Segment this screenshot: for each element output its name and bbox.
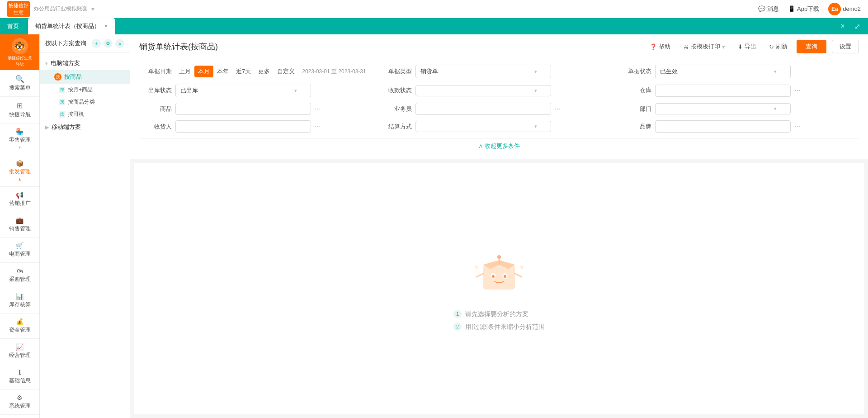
export-icon: ⬇ bbox=[738, 43, 743, 50]
user-menu[interactable]: Ea demo2 bbox=[828, 3, 861, 15]
avatar: Ea bbox=[828, 3, 841, 15]
add-scheme-btn[interactable]: + bbox=[92, 39, 101, 48]
sidebar: 🐯 畅捷信好生意 标版 🔍 搜索菜单 ⊞ 快捷导航 🏪 零售管理 ▾ 📦 批发管… bbox=[0, 34, 40, 418]
retail-icon: 🏪 bbox=[2, 128, 38, 135]
scheme-group-mobile[interactable]: ▶ 移动端方案 bbox=[40, 120, 130, 134]
sidebar-wholesale-label: 批发管理 bbox=[2, 168, 38, 176]
out-status-select[interactable]: 已出库 ▾ bbox=[175, 84, 311, 97]
date-range-display: 2023-03-01 至 2023-03-31 bbox=[302, 68, 366, 76]
tab-home-label: 首页 bbox=[7, 22, 19, 30]
sidebar-item-system[interactable]: ⚙ 系统管理 bbox=[0, 390, 39, 415]
tab-expand[interactable]: ⤢ bbox=[852, 21, 863, 32]
preset-this-month[interactable]: 本月 bbox=[194, 66, 213, 77]
scheme-item-label: 按商品 bbox=[64, 73, 82, 81]
tab-report[interactable]: 销货单统计表（按商品） × bbox=[28, 18, 115, 34]
sidebar-management-label: 经营管理 bbox=[2, 352, 38, 359]
logo-emoji: 🐯 bbox=[14, 41, 25, 52]
doc-status-select[interactable]: 已生效 ▾ bbox=[655, 65, 791, 78]
query-btn[interactable]: 查询 bbox=[797, 40, 826, 53]
preset-this-year[interactable]: 本年 bbox=[213, 66, 232, 77]
recipient-label: 收货人 bbox=[139, 123, 175, 131]
sidebar-item-management[interactable]: 📈 经营管理 bbox=[0, 339, 39, 364]
product-dots[interactable]: ··· bbox=[311, 105, 324, 113]
message-label: 消息 bbox=[767, 5, 779, 13]
active-scheme-icon: 按 bbox=[54, 73, 61, 81]
product-label: 商品 bbox=[139, 105, 175, 113]
sidebar-finance-label: 资金管理 bbox=[2, 326, 38, 334]
tab-close-icon[interactable]: × bbox=[104, 23, 108, 29]
preset-7days[interactable]: 近7天 bbox=[232, 66, 255, 77]
scheme-item-driver[interactable]: 按 按司机 bbox=[40, 108, 130, 120]
sidebar-item-marketing[interactable]: 📢 营销推广 bbox=[0, 187, 39, 212]
department-select[interactable]: ▾ bbox=[655, 103, 791, 114]
refresh-btn[interactable]: ↻ 刷新 bbox=[765, 41, 791, 52]
help-btn[interactable]: ❓ 帮助 bbox=[646, 41, 674, 52]
scheme-item-by-product[interactable]: 按 按商品 bbox=[40, 70, 130, 84]
salesperson-input[interactable] bbox=[415, 103, 551, 115]
empty-tip-1-text: 请先选择要分析的方案 bbox=[465, 308, 528, 320]
collapse-filter-btn[interactable]: ∧ 收起更多条件 bbox=[139, 138, 859, 154]
scheme-group-pc[interactable]: ▾ 电脑端方案 bbox=[40, 57, 130, 70]
svg-text:?: ? bbox=[519, 265, 523, 272]
tab-home[interactable]: 首页 bbox=[0, 18, 26, 34]
recipient-input[interactable] bbox=[175, 120, 311, 133]
basicinfo-icon: ℹ bbox=[2, 369, 38, 376]
filter-area: 单据日期 上月 本月 本年 近7天 更多 自定义 2023-03-01 至 20… bbox=[130, 59, 868, 159]
header-left: 畅捷信好生意 办公用品行业模拟账套 ▾ bbox=[7, 1, 94, 17]
salesperson-control: ··· bbox=[415, 103, 619, 115]
download-btn[interactable]: 📱 App下载 bbox=[788, 5, 819, 13]
mobile-group-expand-icon: ▶ bbox=[45, 124, 49, 130]
sidebar-item-retail[interactable]: 🏪 零售管理 ▾ bbox=[0, 124, 39, 155]
wholesale-icon: 📦 bbox=[2, 160, 38, 167]
settings-scheme-btn[interactable]: ⚙ bbox=[104, 39, 113, 48]
preset-last-month[interactable]: 上月 bbox=[175, 66, 194, 77]
scheme-sub-label-2: 按商品分类 bbox=[68, 98, 95, 106]
out-status-label: 出库状态 bbox=[139, 86, 175, 95]
product-input[interactable] bbox=[175, 103, 311, 115]
export-label: 导出 bbox=[745, 43, 756, 51]
sidebar-item-wholesale[interactable]: 📦 批发管理 ▴ bbox=[0, 155, 39, 187]
recipient-dots[interactable]: ··· bbox=[311, 123, 324, 131]
brand-dots[interactable]: ··· bbox=[791, 123, 804, 131]
payment-method-control: ▾ bbox=[415, 121, 619, 132]
tab-close-all[interactable]: × bbox=[837, 21, 848, 32]
salesperson-dots[interactable]: ··· bbox=[551, 105, 564, 113]
preset-more[interactable]: 更多 bbox=[255, 66, 274, 77]
sidebar-item-inventory[interactable]: 📊 库存核算 bbox=[0, 288, 39, 314]
scheme-item-month-product[interactable]: 按 按月+商品 bbox=[40, 84, 130, 96]
payment-method-label: 结算方式 bbox=[379, 123, 415, 131]
sidebar-item-collab[interactable]: 🤝 企业协同 bbox=[0, 415, 39, 418]
warehouse-label: 仓库 bbox=[619, 86, 655, 95]
payment-status-select[interactable]: ▾ bbox=[415, 85, 551, 96]
payment-status-chevron: ▾ bbox=[534, 88, 537, 94]
scheme-item-product-category[interactable]: 按 按商品分类 bbox=[40, 96, 130, 108]
salesperson-label: 业务员 bbox=[379, 105, 415, 113]
department-control: ▾ bbox=[655, 103, 859, 114]
sales-icon: 💼 bbox=[2, 217, 38, 224]
sidebar-item-ecommerce[interactable]: 🛒 电商管理 bbox=[0, 238, 39, 263]
warehouse-dots[interactable]: ··· bbox=[791, 86, 804, 95]
template-print-btn[interactable]: 🖨 按模板打印 ▾ bbox=[679, 41, 729, 52]
sidebar-item-sales[interactable]: 💼 销售管理 bbox=[0, 212, 39, 238]
warehouse-input[interactable] bbox=[655, 85, 791, 97]
export-btn[interactable]: ⬇ 导出 bbox=[734, 41, 760, 52]
sidebar-item-finance[interactable]: 💰 资金管理 bbox=[0, 314, 39, 339]
tip-num-2: 2 bbox=[453, 323, 462, 331]
payment-status-control: ▾ bbox=[415, 85, 619, 96]
preset-custom[interactable]: 自定义 bbox=[274, 66, 298, 77]
brand-input[interactable] bbox=[655, 120, 791, 133]
doc-type-select[interactable]: 销货单 ▾ bbox=[415, 65, 551, 78]
pc-group-expand-icon: ▾ bbox=[45, 61, 48, 66]
dropdown-icon[interactable]: ▾ bbox=[91, 5, 94, 13]
payment-method-select[interactable]: ▾ bbox=[415, 121, 551, 132]
settings-btn[interactable]: 设置 bbox=[832, 40, 859, 53]
sidebar-item-purchase[interactable]: 🛍 采购管理 bbox=[0, 263, 39, 288]
empty-tip-2: 2 用[过滤]条件来缩小分析范围 bbox=[453, 320, 545, 333]
sub-icon-driver: 按 bbox=[59, 111, 65, 118]
message-btn[interactable]: 💬 消息 bbox=[758, 5, 779, 13]
download-label: App下载 bbox=[797, 5, 819, 13]
sidebar-item-quicknav[interactable]: ⊞ 快捷导航 bbox=[0, 97, 39, 124]
sidebar-item-search[interactable]: 🔍 搜索菜单 bbox=[0, 70, 39, 97]
sidebar-item-basicinfo[interactable]: ℹ 基础信息 bbox=[0, 364, 39, 390]
collapse-panel-btn[interactable]: « bbox=[115, 39, 124, 48]
